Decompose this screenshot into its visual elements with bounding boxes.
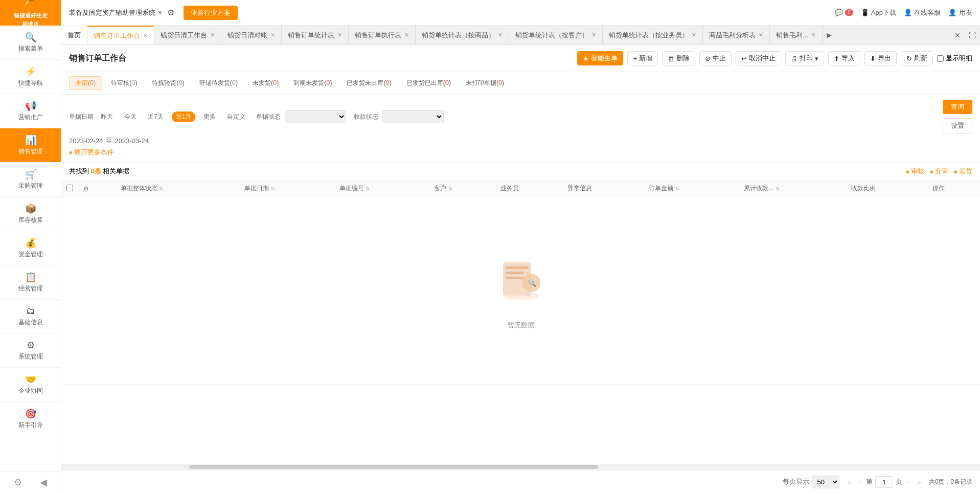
filter-tab-2[interactable]: 待拣验货(0) — [146, 77, 190, 89]
date-from: 2023-02-24 — [69, 137, 103, 145]
filter-tab-5[interactable]: 到期未发货(0) — [287, 77, 338, 89]
tab-close-2[interactable]: ✕ — [210, 32, 215, 38]
page-input[interactable] — [875, 476, 893, 488]
date-btn-更多[interactable]: 更多 — [200, 111, 219, 122]
sidebar-item-基础信息[interactable]: 🗂基础信息 — [0, 300, 61, 333]
delete-button[interactable]: 🗑 删除 — [662, 51, 695, 65]
print-button[interactable]: 🖨 打印 ▾ — [785, 51, 824, 65]
export-button[interactable]: ⬇ 导出 — [864, 51, 897, 65]
refresh-button[interactable]: ↻ 刷新 — [901, 51, 933, 65]
tab-2[interactable]: 钱货日清工作台✕ — [154, 26, 221, 44]
filter-tab-1[interactable]: 待审核(0) — [105, 77, 143, 89]
sidebar-item-营销推广[interactable]: 📢营销推广 — [0, 94, 61, 128]
filter-tab-3[interactable]: 旺铺待发货(0) — [193, 77, 244, 89]
user-info[interactable]: 👤 用友 — [948, 8, 972, 17]
tab-4[interactable]: 销售订单统计表✕ — [282, 26, 349, 44]
tab-close-6[interactable]: ✕ — [498, 32, 503, 38]
svg-rect-3 — [506, 272, 523, 274]
sidebar-item-库存核算[interactable]: 📦库存核算 — [0, 197, 61, 231]
sidebar-item-企业协同[interactable]: 🤝企业协同 — [0, 368, 61, 402]
tab-close-10[interactable]: ✕ — [811, 32, 816, 38]
tab-5[interactable]: 销售订单执行表✕ — [349, 26, 416, 44]
sidebar-collapse-icon[interactable]: ◀ — [40, 477, 47, 488]
table-scroll[interactable]: ⚙ 单据整体状态 ⇅ 单据日期 ⇅ 单据编号 ⇅ 客户 ⇅ 业务员 异常信息 订… — [61, 180, 980, 464]
horizontal-scrollbar[interactable] — [61, 464, 980, 470]
tab-10[interactable]: 销售毛利...✕ — [770, 26, 823, 44]
tab-9[interactable]: 商品毛利分析表✕ — [703, 26, 770, 44]
solution-button[interactable]: 体验行业方案 — [184, 6, 238, 20]
tab-close-3[interactable]: ✕ — [270, 32, 275, 38]
app-download-action[interactable]: 📱 App下载 — [861, 8, 896, 17]
tab-close-7[interactable]: ✕ — [591, 32, 596, 38]
sidebar-settings-icon[interactable]: ⚙ — [14, 477, 22, 488]
first-page-btn[interactable]: « — [845, 477, 853, 487]
cancel-icon: ↩ — [741, 55, 747, 62]
tab-6[interactable]: 销货单统计表（按商品）✕ — [416, 26, 509, 44]
import-button[interactable]: ⬆ 导入 — [828, 51, 860, 65]
stop-button[interactable]: ⊘ 中止 — [699, 51, 732, 65]
sidebar-item-快捷导航[interactable]: ⚡快捷导航 — [0, 60, 61, 94]
smart-create-button[interactable]: ★ 智能生单 — [577, 51, 623, 65]
show-detail-checkbox[interactable] — [937, 55, 944, 62]
sidebar-item-销售管理[interactable]: 📊销售管理 — [0, 128, 61, 163]
table-action-0[interactable]: ● 审核 — [905, 167, 924, 176]
prev-page-btn[interactable]: ‹ — [856, 477, 863, 487]
date-btn-近1月[interactable]: 近1月 — [172, 111, 196, 122]
tab-8[interactable]: 销货单统计表（按业务员）✕ — [603, 26, 703, 44]
module-dropdown-icon[interactable]: ▾ — [158, 9, 162, 16]
gear-icon[interactable]: ⚙ — [167, 8, 174, 17]
tab-0[interactable]: 首页 — [61, 26, 87, 44]
filter-tab-8[interactable]: 未打印单据(0) — [460, 77, 510, 89]
table-action-1[interactable]: ● 弃审 — [929, 167, 948, 176]
query-button[interactable]: 查询 — [943, 100, 972, 114]
last-page-btn[interactable]: » — [915, 477, 923, 487]
tab-close-all-btn[interactable]: ✕ — [950, 26, 965, 45]
date-btn-昨天[interactable]: 昨天 — [98, 111, 116, 122]
tab-fullscreen-btn[interactable]: ⛶ — [965, 26, 980, 45]
online-service-action[interactable]: 👤 在线客服 — [904, 8, 941, 17]
expand-conditions-btn[interactable]: ▾ 展开更多条件 — [69, 148, 972, 157]
date-btn-今天[interactable]: 今天 — [121, 111, 140, 122]
tab-close-8[interactable]: ✕ — [692, 32, 696, 38]
page-total: 共0页，0条记录 — [929, 478, 972, 486]
status-select[interactable] — [285, 110, 346, 123]
table-action-2[interactable]: ● 发货 — [953, 167, 972, 176]
payment-select[interactable] — [382, 110, 444, 123]
tab-3[interactable]: 钱货日清对账✕ — [221, 26, 282, 44]
sidebar-item-搜索菜单[interactable]: 🔍搜索菜单 — [0, 26, 61, 60]
date-btn-近7天[interactable]: 近7天 — [145, 111, 167, 122]
page-size-select[interactable]: 20 50 100 — [812, 476, 839, 488]
setting-button[interactable]: 设置 — [943, 118, 972, 133]
tab-close-5[interactable]: ✕ — [404, 32, 409, 38]
select-all-checkbox[interactable] — [66, 185, 73, 191]
tab-1[interactable]: 销售订单工作台✕ — [87, 26, 154, 44]
scroll-thumb[interactable] — [189, 465, 598, 469]
sidebar-item-采购管理[interactable]: 🛒采购管理 — [0, 163, 61, 197]
filter-tab-0[interactable]: 全部(0) — [69, 76, 102, 90]
filter-tab-7[interactable]: 已发货已出库(0) — [400, 77, 457, 89]
sidebar-item-资金管理[interactable]: 💰资金管理 — [0, 231, 61, 265]
date-quick-buttons: 昨天今天近7天近1月更多自定义 — [98, 111, 248, 122]
tab-7[interactable]: 销货单统计表（按客户）✕ — [509, 26, 603, 44]
tab-close-1[interactable]: ✕ — [143, 32, 148, 39]
date-btn-自定义[interactable]: 自定义 — [224, 111, 248, 122]
message-action[interactable]: 💬 6 — [835, 9, 853, 16]
star-icon: ★ — [583, 55, 589, 62]
plus-icon: + — [633, 55, 637, 62]
sidebar-item-经营管理[interactable]: 📋经营管理 — [0, 265, 61, 300]
tab-close-9[interactable]: ✕ — [759, 32, 763, 38]
add-button[interactable]: + 新增 — [627, 51, 658, 65]
table-toolbar: 共找到 0条 相关单据 ● 审核● 弃审● 发货 — [61, 163, 980, 180]
filter-tab-4[interactable]: 未发货(0) — [246, 77, 285, 89]
sidebar-item-系统管理[interactable]: ⚙系统管理 — [0, 333, 61, 368]
date-label: 单据日期 — [69, 113, 94, 121]
cancel-stop-button[interactable]: ↩ 取消中止 — [736, 51, 781, 65]
tab-overflow-btn[interactable]: ▶ — [823, 31, 836, 39]
sidebar-item-新手引导[interactable]: 🎯新手引导 — [0, 402, 61, 436]
filter-tab-6[interactable]: 已发货未出库(0) — [340, 77, 397, 89]
show-detail-label[interactable]: 显示明细 — [937, 54, 972, 63]
col-amount: 订单金额 ⇅ — [644, 180, 739, 197]
tab-close-4[interactable]: ✕ — [337, 32, 342, 38]
next-page-btn[interactable]: › — [905, 477, 912, 487]
refresh-icon: ↻ — [906, 55, 912, 62]
